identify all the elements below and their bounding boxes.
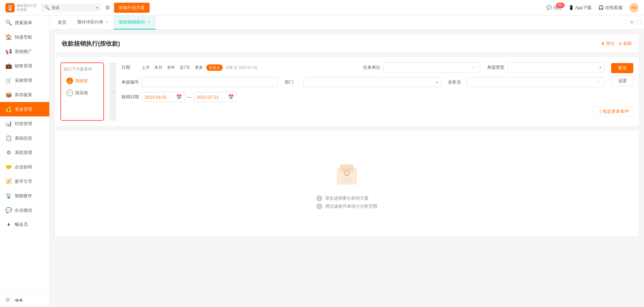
sidebar-item-label: 搜索菜单 <box>15 20 32 26</box>
sidebar-item-label: 智能硬件 <box>15 193 32 199</box>
vip-icon: ♦ <box>5 221 12 227</box>
basic-info-icon: 📋 <box>5 135 12 141</box>
sidebar-item-operation[interactable]: 📊 经营管理 <box>0 116 49 131</box>
chevron-down-bill-type: ▾ <box>599 65 601 70</box>
service-label: 在线客服 <box>605 5 623 11</box>
chevron-down-dept: ▾ <box>436 80 438 85</box>
refresh-button[interactable]: ↺ 刷新 <box>618 41 632 47</box>
cancel-date-start-input[interactable] <box>145 95 175 100</box>
brand-name: 畅捷通好生意 标准版 <box>17 4 37 12</box>
finance-icon: 💰 <box>5 106 12 112</box>
query-button[interactable]: 查询 <box>611 63 633 73</box>
guide-icon: 🧭 <box>5 178 12 185</box>
message-button[interactable]: 💬 消息 99+ <box>546 5 562 11</box>
sidebar-item-label: 企业协同 <box>15 164 32 170</box>
empty-tip-1: 1 请先选择要分析的方案 <box>316 195 377 201</box>
date-option-this-year[interactable]: 本年 <box>166 64 176 71</box>
service-button[interactable]: 🎧 在线客服 <box>598 5 623 11</box>
date-option-7days[interactable]: 近7天 <box>178 64 192 71</box>
bill-no-label: 单据编号 <box>121 79 139 85</box>
close-window-icon[interactable]: ✕ <box>630 19 634 25</box>
calendar-start-icon[interactable]: 📅 <box>176 94 182 100</box>
tab-bar-actions: ✕ ⛶ <box>630 19 641 25</box>
tab-close-prepayment[interactable]: × <box>106 20 108 24</box>
export-icon: ⬆ <box>601 41 605 46</box>
sidebar-item-enterprise[interactable]: 🤝 企业协同 <box>0 160 49 174</box>
search-box[interactable]: 🔍 ▾ <box>41 4 101 11</box>
sidebar-item-inventory[interactable]: 📦 库存核算 <box>0 88 49 102</box>
sidebar-bottom: ⚙ ◀◀ <box>0 292 49 307</box>
date-sub-label: 不限 至 2023-07-26 <box>225 65 257 70</box>
filter-option-by-receipt[interactable]: 💰 按收款 <box>64 75 101 86</box>
collapse-more-icon: 《 <box>597 108 601 114</box>
collapse-more-area: 《 收起更多条件 <box>121 107 633 116</box>
collapse-filter-sidebar-btn[interactable]: 《 <box>109 62 116 121</box>
settings-bottom-icon[interactable]: ⚙ <box>5 297 10 303</box>
wechat-icon: 💬 <box>5 207 12 213</box>
gear-icon[interactable]: ⚙ <box>105 4 110 11</box>
filter-option-by-receivable[interactable]: ⏱ 按应收 <box>64 88 101 98</box>
tip-num-1: 1 <box>316 195 322 201</box>
sidebar-item-guide[interactable]: 🧭 新手引导 <box>0 174 49 189</box>
date-option-custom[interactable]: 自定义 <box>206 64 223 71</box>
tip-num-2: 2 <box>316 203 322 209</box>
date-range-separator: — <box>187 95 192 100</box>
enterprise-icon: 🤝 <box>5 164 12 170</box>
sidebar-item-label: 销售管理 <box>15 63 32 69</box>
date-option-last-month[interactable]: 上月 <box>140 64 151 71</box>
sidebar-item-vip[interactable]: ♦ 畅会员 <box>0 217 49 232</box>
sidebar-item-wechat[interactable]: 💬 企业微信 <box>0 203 49 217</box>
sidebar-item-smart-hardware[interactable]: 📡 智能硬件 <box>0 189 49 203</box>
main-layout: 🔍 搜索菜单 🏠 快捷导航 📢 营销推广 💼 销售管理 🛒 采购管理 📦 库存核… <box>0 15 644 307</box>
cancel-date-start-box[interactable]: 📅 <box>142 92 185 102</box>
tab-receipt-cancel[interactable]: 收款核销执行 × <box>114 15 156 30</box>
sidebar-item-finance[interactable]: 💰 资金管理 <box>0 102 49 116</box>
calendar-end-icon[interactable]: 📅 <box>228 94 234 100</box>
sidebar-item-sales[interactable]: 💼 销售管理 <box>0 59 49 73</box>
purchase-icon: 🛒 <box>5 77 12 84</box>
date-option-more[interactable]: 更多 <box>194 64 204 71</box>
sidebar-item-label: 企业微信 <box>15 207 32 213</box>
filter-rows-inner: 日期 上月 本月 本年 近7天 更多 自定义 不 <box>121 62 604 107</box>
solution-button[interactable]: 体验行业方案 <box>114 3 150 13</box>
page-title: 收款核销执行(按收款) <box>62 40 120 48</box>
bill-no-input[interactable] <box>142 77 278 87</box>
cancel-date-end-input[interactable] <box>197 95 227 100</box>
sidebar-item-label: 基础信息 <box>15 135 32 141</box>
staff-label: 业务员 <box>448 79 464 85</box>
filter-row-2: 单据编号 部门 ▾ <box>121 77 604 87</box>
by-receipt-icon: 💰 <box>66 78 73 84</box>
sidebar-item-marketing[interactable]: 📢 营销推广 <box>0 44 49 59</box>
tab-prepayment[interactable]: 预付冲应付单 × <box>72 15 114 30</box>
sidebar-item-basic-info[interactable]: 📋 基础信息 <box>0 131 49 145</box>
sidebar-item-label: 快捷导航 <box>15 34 32 40</box>
sidebar-item-purchase[interactable]: 🛒 采购管理 <box>0 73 49 88</box>
date-option-this-month[interactable]: 本月 <box>153 64 164 71</box>
tab-home[interactable]: 首页 <box>52 15 72 30</box>
sidebar-item-quick-nav[interactable]: 🏠 快捷导航 <box>0 30 49 44</box>
settings-button[interactable]: 设置 <box>612 76 633 86</box>
inventory-icon: 📦 <box>5 92 12 98</box>
svg-point-5 <box>345 171 348 174</box>
cancel-date-end-box[interactable]: 📅 <box>194 92 237 102</box>
export-button[interactable]: ⬆ 导出 <box>601 41 615 47</box>
smart-hardware-icon: 📡 <box>5 193 12 199</box>
counterpart-more-icon[interactable]: ··· <box>470 64 477 70</box>
search-input[interactable] <box>52 5 94 10</box>
expand-icon[interactable]: ⛶ <box>637 20 641 25</box>
empty-tip-2: 2 用过滤条件来缩小分析范围 <box>316 203 377 209</box>
collapse-sidebar-icon[interactable]: ◀◀ <box>14 297 22 303</box>
sidebar-item-label: 系统管理 <box>15 150 32 156</box>
sidebar-item-search-menu[interactable]: 🔍 搜索菜单 <box>0 15 49 30</box>
logo-icon: 🐰 <box>5 3 15 12</box>
collapse-more-button[interactable]: 《 收起更多条件 <box>593 107 633 116</box>
app-download-button[interactable]: 📱 App下载 <box>569 5 592 11</box>
staff-more-icon[interactable]: ··· <box>594 79 601 85</box>
page-header-actions: ⬆ 导出 ↺ 刷新 <box>601 41 632 47</box>
tab-close-receipt-cancel[interactable]: × <box>148 20 150 24</box>
sidebar-item-label: 资金管理 <box>15 106 32 112</box>
page-header: 收款核销执行(按收款) ⬆ 导出 ↺ 刷新 <box>55 35 639 52</box>
sidebar-item-system[interactable]: ⚙ 系统管理 <box>0 145 49 160</box>
sidebar-item-label: 畅会员 <box>15 221 28 227</box>
app-icon: 📱 <box>569 5 574 10</box>
